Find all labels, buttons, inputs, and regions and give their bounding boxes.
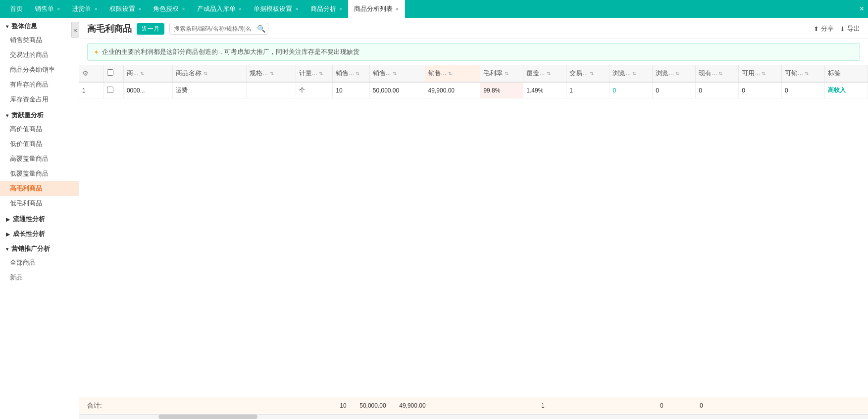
sidebar-item-high-value[interactable]: 高价值商品 — [0, 122, 79, 137]
search-button[interactable]: 🔍 — [257, 25, 265, 33]
export-button[interactable]: ⬇ 导出 — [840, 24, 860, 33]
sidebar-item-high-margin[interactable]: 高毛利商品 — [0, 181, 79, 196]
arrow-icon-growth: ▶ — [6, 232, 10, 237]
col-sale-header[interactable]: 可销... ⇅ — [782, 65, 825, 82]
cell-idx: 1 — [79, 82, 104, 98]
share-icon: ⬆ — [814, 25, 819, 33]
cell-cover: 1 — [566, 82, 610, 98]
share-button[interactable]: ⬆ 分享 — [814, 24, 834, 33]
col-qty-header[interactable]: 销售... ⇅ — [333, 65, 370, 82]
arrow-icon-liquidity: ▶ — [6, 217, 10, 222]
info-icon: ✦ — [94, 48, 99, 56]
sidebar-item-high-coverage[interactable]: 高覆盖量商品 — [0, 151, 79, 166]
sidebar-item-in-stock[interactable]: 有库存的商品 — [0, 77, 79, 92]
tab-purchase[interactable]: 进货单 × — [66, 0, 103, 18]
column-settings-icon[interactable]: ⚙ — [82, 69, 89, 77]
sidebar-item-sales-goods[interactable]: 销售类商品 — [0, 33, 79, 47]
cell-name: 运费 — [173, 82, 247, 98]
sidebar-group-liquidity[interactable]: ▶ 流通性分析 — [0, 211, 79, 226]
col-stock1-header[interactable]: 现有... ⇅ — [696, 65, 739, 82]
sidebar-item-low-margin[interactable]: 低毛利商品 — [0, 196, 79, 211]
col-stock2-header[interactable]: 可用... ⇅ — [739, 65, 782, 82]
row-checkbox[interactable] — [107, 87, 113, 93]
bottom-scrollbar[interactable] — [79, 414, 868, 419]
col-cover-header[interactable]: 覆盖... ⇅ — [523, 65, 566, 82]
footer-trade: 1 — [508, 402, 548, 409]
tab-template[interactable]: 单据模板设置 × — [248, 0, 304, 18]
sidebar-item-category-rate[interactable]: 商品分类助销率 — [0, 62, 79, 77]
tab-permission[interactable]: 权限设置 × — [103, 0, 147, 18]
arrow-icon-contribution: ▾ — [6, 113, 8, 118]
sidebar-group-contribution[interactable]: ▾ 贡献量分析 — [0, 107, 79, 122]
filter-month-btn[interactable]: 近一月 — [137, 23, 164, 35]
col-trade-header[interactable]: 交易... ⇅ — [566, 65, 610, 82]
tab-product-analysis-close[interactable]: × — [339, 6, 342, 12]
cell-sales3: 99.8% — [480, 82, 523, 98]
cell-stock1: 0 — [739, 82, 782, 98]
tab-product-inbound[interactable]: 产成品入库单 × — [191, 0, 248, 18]
tab-product-inbound-close[interactable]: × — [239, 6, 242, 12]
search-wrapper: 🔍 — [169, 23, 268, 35]
sidebar-group-marketing[interactable]: ▾ 营销推广分析 — [0, 240, 79, 255]
footer-label: 合计: — [87, 401, 106, 410]
footer-qty: 10 — [310, 402, 350, 409]
data-table: ⚙ 商... ⇅ 商品名称 ⇅ 规格... ⇅ 计量... ⇅ 销售... ⇅ … — [79, 65, 868, 98]
arrow-icon: ▾ — [6, 24, 8, 29]
cell-checkbox[interactable] — [104, 82, 124, 98]
sidebar-item-low-coverage[interactable]: 低覆盖量商品 — [0, 166, 79, 181]
col-gear[interactable]: ⚙ — [79, 65, 104, 82]
top-nav: 首页 销售单 × 进货单 × 权限设置 × 角色授权 × 产成品入库单 × 单据… — [0, 0, 868, 18]
tab-purchase-close[interactable]: × — [94, 6, 97, 12]
col-checkbox-header[interactable] — [104, 65, 124, 82]
table-wrapper: ⚙ 商... ⇅ 商品名称 ⇅ 规格... ⇅ 计量... ⇅ 销售... ⇅ … — [79, 65, 868, 397]
cell-margin-rate: 1.49% — [523, 82, 566, 98]
col-sales1-header[interactable]: 销售... ⇅ — [369, 65, 425, 82]
tab-home[interactable]: 首页 — [4, 0, 29, 18]
col-name-header[interactable]: 商品名称 ⇅ — [173, 65, 247, 82]
sidebar-collapse-btn[interactable]: « — [71, 22, 79, 38]
select-all-checkbox[interactable] — [107, 69, 113, 76]
col-unit-header[interactable]: 计量... ⇅ — [296, 65, 333, 82]
tab-permission-close[interactable]: × — [138, 6, 141, 12]
export-icon: ⬇ — [840, 25, 845, 33]
col-margin-header[interactable]: 毛利率 ⇅ — [480, 65, 523, 82]
main-layout: « ▾ 整体信息 销售类商品 交易过的商品 商品分类助销率 有库存的商品 库存资… — [0, 18, 868, 419]
col-browse2-header[interactable]: 浏览... ⇅ — [653, 65, 696, 82]
col-code-header[interactable]: 商... ⇅ — [123, 65, 172, 82]
info-text: 企业的主要的利润都是这部分商品创造的，可考虑加大推广，同时关注库存是不要出现缺货 — [102, 47, 359, 56]
header-actions: ⬆ 分享 ⬇ 导出 — [814, 24, 860, 33]
sidebar-item-all-goods[interactable]: 全部商品 — [0, 255, 79, 270]
info-banner: ✦ 企业的主要的利润都是这部分商品创造的，可考虑加大推广，同时关注库存是不要出现… — [87, 43, 860, 61]
cell-spec — [247, 82, 296, 98]
tab-role[interactable]: 角色授权 × — [147, 0, 191, 18]
sidebar: « ▾ 整体信息 销售类商品 交易过的商品 商品分类助销率 有库存的商品 库存资… — [0, 18, 79, 419]
sidebar-group-overall[interactable]: ▾ 整体信息 — [0, 18, 79, 33]
cell-code: 0000... — [123, 82, 172, 98]
footer-sales2: 49,900.00 — [389, 402, 429, 409]
sidebar-item-traded-goods[interactable]: 交易过的商品 — [0, 47, 79, 62]
tab-template-close[interactable]: × — [295, 6, 298, 12]
footer-browse1: 0 — [627, 402, 666, 409]
close-all-tabs[interactable]: × — [860, 4, 864, 13]
sidebar-group-growth[interactable]: ▶ 成长性分析 — [0, 226, 79, 240]
cell-trade[interactable]: 0 — [610, 82, 653, 98]
cell-unit: 个 — [296, 82, 333, 98]
tab-product-analysis-list[interactable]: 商品分析列表 × — [348, 0, 405, 18]
sidebar-item-new-goods[interactable]: 新品 — [0, 270, 79, 285]
col-spec-header[interactable]: 规格... ⇅ — [247, 65, 296, 82]
tab-role-close[interactable]: × — [182, 6, 185, 12]
page-title: 高毛利商品 — [87, 23, 132, 35]
col-browse1-header[interactable]: 浏览... ⇅ — [610, 65, 653, 82]
col-sales2-header[interactable]: 销售... ⇅ — [425, 65, 480, 82]
tab-sales-close[interactable]: × — [57, 6, 60, 12]
sidebar-item-low-value[interactable]: 低价值商品 — [0, 137, 79, 151]
cell-qty: 10 — [333, 82, 370, 98]
search-input[interactable] — [169, 23, 268, 35]
footer-bar: 合计: 10 50,000.00 49,900.00 1 0 0 — [79, 397, 868, 414]
col-tag-header[interactable]: 标签 — [825, 65, 868, 82]
tab-product-analysis[interactable]: 商品分析 × — [305, 0, 348, 18]
trade-link[interactable]: 0 — [613, 87, 616, 94]
tab-product-analysis-list-close[interactable]: × — [396, 6, 399, 12]
sidebar-item-stock-capital[interactable]: 库存资金占用 — [0, 92, 79, 107]
tab-sales[interactable]: 销售单 × — [29, 0, 66, 18]
